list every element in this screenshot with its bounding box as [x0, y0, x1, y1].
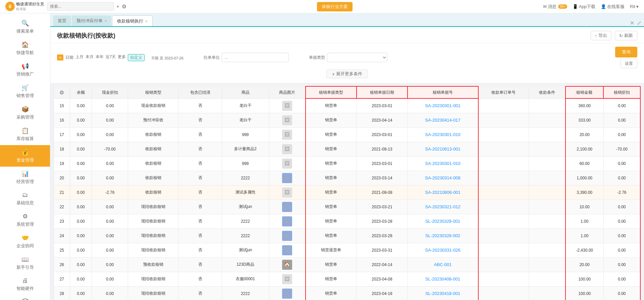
sidebar-item-system[interactable]: ⚙ 系统管理	[0, 209, 50, 231]
cell-receipt-cond	[529, 98, 566, 113]
date-7days[interactable]: 近7天	[106, 54, 116, 61]
doc-no-link[interactable]: SL-20230418-001	[425, 291, 460, 296]
sidebar-item-wechat[interactable]: 💬 企业微信	[0, 295, 50, 300]
sidebar-item-guide[interactable]: 📖 新手引导	[0, 252, 50, 274]
doc-no-link[interactable]: SA-20230321-012	[425, 204, 461, 209]
tab-receipt[interactable]: 收款核销执行 ×	[112, 15, 152, 26]
sidebar-item-purchase[interactable]: 📦 采购管理	[0, 102, 50, 124]
filter-expand-btn[interactable]: »	[57, 54, 63, 60]
cell-verify-doc-type: 销货单	[306, 286, 357, 300]
tab-home[interactable]: 首页	[53, 15, 71, 26]
doc-no-link[interactable]: SA-20230314-008	[425, 175, 461, 180]
logo: 6 畅捷通谱好生意 标准版	[5, 2, 44, 11]
settings-icon[interactable]: ⚙	[122, 3, 126, 10]
sidebar-item-quick-nav[interactable]: 🏠 快捷导航	[0, 38, 50, 59]
cell-goods: 123D商品	[222, 257, 269, 272]
sidebar-item-finance[interactable]: 💰 资金管理	[0, 145, 50, 167]
online-service-btn[interactable]: 👤 在线客服	[601, 4, 625, 10]
sidebar-item-ops[interactable]: 📊 经营管理	[0, 167, 50, 188]
dropdown-icon[interactable]: ▾	[117, 4, 119, 9]
sidebar-item-smart-hw[interactable]: 🖨 智能硬件	[0, 274, 50, 295]
cell-verify-type: 现结收款核销	[128, 228, 178, 243]
cell-no: 28	[54, 286, 70, 300]
cell-verify-type: 收款核销	[128, 142, 178, 156]
goods-thumb: 🖼	[282, 274, 292, 284]
sidebar-item-sales[interactable]: 🛒 销售管理	[0, 81, 50, 102]
industry-btn[interactable]: 体验行业方案	[317, 2, 353, 11]
tab-receipt-close[interactable]: ×	[145, 19, 147, 23]
tab-expand-icon[interactable]: ⤢	[637, 20, 641, 26]
top-bar: 6 畅捷通谱好生意 标准版 ▾ ⚙ 体验行业方案 ✉ 消息 99+ 📱 App下…	[0, 0, 644, 13]
doc-no-link[interactable]: SA-20230301-010	[425, 161, 461, 166]
cell-verify-type: 预付冲应收	[128, 113, 178, 127]
date-more[interactable]: 更多	[118, 54, 126, 61]
doc-no-link[interactable]: SA-20230301-001	[425, 103, 461, 108]
messages-btn[interactable]: ✉ 消息 99+	[543, 4, 567, 10]
app-icon: 📱	[573, 4, 578, 9]
expand-conditions-btn[interactable]: ∨ 展开更多条件	[326, 70, 368, 78]
cell-balance: 0.00	[70, 185, 92, 200]
tab-prepay[interactable]: 预付冲应付单 ×	[72, 15, 111, 26]
cell-verify-amount: 20.00	[566, 257, 604, 272]
cell-cash-discount: 0.00	[92, 171, 128, 185]
sidebar-item-base[interactable]: 🗂 基础信息	[0, 188, 50, 209]
cell-verify-doc-no: SL-20230408-001	[408, 272, 478, 286]
cell-balance: 0.00	[70, 171, 92, 185]
sidebar-item-search[interactable]: 🔍 搜索菜单	[0, 16, 50, 38]
th-cash-discount: 现金折扣	[92, 86, 128, 98]
doc-no-link[interactable]: SL-20230328-001	[425, 219, 460, 224]
user-dropdown-icon: ▾	[636, 4, 639, 9]
system-icon: ⚙	[22, 213, 28, 220]
sidebar-item-inventory[interactable]: 📋 库存核算	[0, 124, 50, 145]
refresh-btn[interactable]: ↻ 刷新	[615, 31, 637, 40]
cell-balance: 0.00	[70, 257, 92, 272]
cell-receipt-order-no	[478, 243, 529, 257]
user-menu[interactable]: Rit ▾	[630, 4, 639, 9]
cell-verify-amount: 100.00	[566, 286, 604, 300]
query-btn[interactable]: 查询	[615, 47, 637, 57]
doc-no-link[interactable]: ABC-001	[434, 262, 452, 267]
cell-include-settled: 否	[178, 156, 222, 171]
cell-goods-img: 🖼	[269, 98, 306, 113]
date-custom[interactable]: 自定义	[128, 54, 145, 61]
date-label: 日期	[65, 55, 73, 60]
doc-no-link[interactable]: SA-20230301-010	[425, 132, 461, 137]
cell-goods-img: 🖼	[269, 156, 306, 171]
cell-balance: 0.00	[70, 214, 92, 228]
app-download-btn[interactable]: 📱 App下载	[573, 4, 595, 10]
doc-no-link[interactable]: SL-20230408-001	[425, 276, 460, 282]
goods-thumb: ▦	[282, 202, 292, 212]
cell-verify-amount: 1.00	[566, 214, 604, 228]
cell-goods: 999	[222, 127, 269, 142]
doc-no-link[interactable]: SA-20230331-026	[425, 248, 461, 253]
gear-settings-btn[interactable]: ⚙	[59, 89, 64, 96]
goods-thumb: 🖼	[282, 130, 292, 140]
export-btn[interactable]: ↑ 导出	[591, 31, 612, 40]
cell-goods: 老白干	[222, 98, 269, 113]
date-last-month[interactable]: 上月	[75, 54, 84, 61]
doc-no-link[interactable]: SA-20230414-017	[425, 118, 461, 123]
search-input[interactable]	[47, 2, 114, 11]
sidebar-label-inventory: 库存核算	[16, 136, 34, 142]
date-this-month[interactable]: 本月	[86, 54, 94, 61]
cell-cash-discount: 0.00	[92, 286, 128, 300]
sidebar-item-collab[interactable]: 🤝 企业协同	[0, 231, 50, 252]
cell-verify-doc-date: 2021-08-13	[357, 142, 408, 156]
supplier-input[interactable]	[222, 53, 289, 62]
cell-no: 20	[54, 171, 70, 185]
doc-no-link[interactable]: SA-20210813-001	[425, 146, 461, 152]
cell-receipt-order-no	[478, 257, 529, 272]
date-this-year[interactable]: 本年	[96, 54, 104, 61]
settings-btn[interactable]: 设置	[621, 59, 637, 68]
doc-no-link[interactable]: SL-20230328-002	[425, 233, 460, 238]
tab-close-window-icon[interactable]: ✕	[630, 20, 634, 26]
cell-verify-amount: 333.00	[566, 113, 604, 127]
th-settings[interactable]: ⚙	[54, 86, 70, 98]
cell-verify-doc-type: 销货单	[306, 127, 357, 142]
sidebar-item-marketing[interactable]: 📢 营销推广	[0, 59, 50, 81]
logo-icon: 6	[5, 2, 15, 11]
doc-no-link[interactable]: SA-20210808-001	[425, 190, 461, 195]
order-type-select[interactable]	[327, 53, 387, 62]
cell-verify-doc-date: 2022-04-14	[357, 257, 408, 272]
tab-prepay-close[interactable]: ×	[105, 19, 107, 23]
